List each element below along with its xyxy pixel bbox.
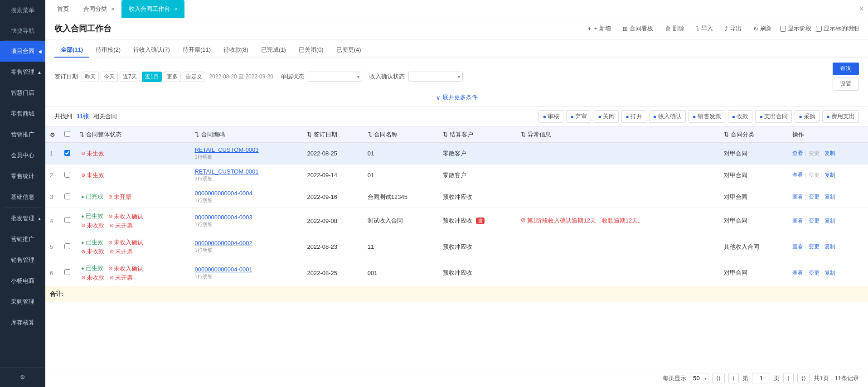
cell-checkbox[interactable] [60,208,75,234]
cell-checkbox[interactable] [60,164,75,186]
row-checkbox[interactable] [64,217,70,223]
col-checkbox[interactable] [60,127,75,143]
tab-home[interactable]: 首页 [50,0,76,18]
select-all-checkbox[interactable] [64,131,70,137]
sales-invoice-btn[interactable]: ● 销售发票 [689,110,725,123]
copy-btn[interactable]: 复制 [824,217,835,225]
export-button[interactable]: ⤴ 导出 [721,23,745,34]
doc-status-select[interactable] [308,72,362,82]
show-details-checkbox[interactable] [816,26,822,32]
view-btn[interactable]: 查看 [792,193,803,201]
sidebar-search[interactable]: 搜索菜单 [0,0,45,21]
change-btn[interactable]: 变更 [809,217,820,225]
first-page-btn[interactable]: ⟨⟨ [712,373,725,383]
copy-btn[interactable]: 复制 [824,171,835,179]
import-button[interactable]: ⤵ 导入 [693,23,717,34]
sidebar-item-retail-mgmt[interactable]: 零售管理 ▲ [0,62,45,82]
view-btn[interactable]: 查看 [792,243,803,251]
sidebar-item-inventory[interactable]: 库存核算 [0,312,45,333]
date-btn-more[interactable]: 更多 [164,72,181,82]
show-fields-checkbox-label[interactable]: 显示阶段 [780,24,811,33]
open-btn[interactable]: ● 打开 [621,110,646,123]
cell-checkbox[interactable] [60,186,75,208]
sidebar-item-member[interactable]: 会员中心 [0,145,45,166]
expand-btn[interactable]: ∨ 展开更多条件 [436,93,478,102]
filter-tab-changed[interactable]: 已变更(4) [330,43,368,58]
change-btn[interactable]: 变更 [809,243,820,251]
sidebar-item-purchase[interactable]: 采购管理 [0,291,45,312]
tab-income-workbench-close[interactable]: × [175,6,177,12]
tab-contract-cat[interactable]: 合同分类 × [76,0,121,18]
kanban-button[interactable]: ⊞ 合同看板 [619,23,657,34]
income-confirm-select[interactable] [408,72,463,82]
sidebar-item-sales-mgmt[interactable]: 销售管理 [0,250,45,271]
view-btn[interactable]: 查看 [792,171,803,179]
tab-income-workbench[interactable]: 收入合同工作台 × [121,0,184,18]
window-close-icon[interactable]: × [859,5,863,13]
cell-checkbox[interactable] [60,143,75,164]
tab-contract-cat-close[interactable]: × [112,6,114,12]
contract-code-link[interactable]: 0000000000004-0003 [194,214,252,221]
purchase-btn[interactable]: ● 采购 [795,110,820,123]
filter-tab-pending-income[interactable]: 待收入确认(7) [127,43,176,58]
filter-tab-pending-review[interactable]: 待审核(2) [89,43,127,58]
filter-tab-done[interactable]: 已完成(1) [255,43,292,58]
abandon-btn[interactable]: ● 弃审 [566,110,591,123]
change-btn[interactable]: 变更 [809,269,820,277]
row-checkbox[interactable] [64,194,70,199]
view-btn[interactable]: 查看 [792,150,803,157]
copy-btn[interactable]: 复制 [824,243,835,251]
income-confirm-btn[interactable]: ● 收入确认 [649,110,686,123]
last-page-btn[interactable]: ⟩⟩ [797,373,810,383]
out-contract-btn[interactable]: ● 支出合同 [755,110,792,123]
row-checkbox[interactable] [64,150,70,156]
date-btn-7days[interactable]: 近7天 [120,72,140,82]
view-btn[interactable]: 查看 [792,269,803,277]
close-btn[interactable]: ● 关闭 [594,110,619,123]
change-btn[interactable]: 变更 [809,171,820,179]
cell-checkbox[interactable] [60,260,75,286]
delete-button[interactable]: 🗑 删除 [661,23,688,34]
per-page-select[interactable]: 50 [690,373,708,383]
sidebar-item-basic-info[interactable]: 基础信息 [0,187,45,208]
sidebar-item-wholesale[interactable]: 批发管理 ▲ [0,208,45,229]
date-btn-custom[interactable]: 自定义 [183,72,205,82]
contract-code-link[interactable]: RETAIL_CUSTOM-0003 [194,146,258,153]
col-settings[interactable]: ⚙ [45,127,60,143]
sidebar-item-marketing[interactable]: 营销推广 [0,124,45,145]
show-details-checkbox-label[interactable]: 显示标的明细 [816,24,859,33]
sidebar-item-retail-mall[interactable]: 零售商城 [0,103,45,124]
row-checkbox[interactable] [64,172,70,178]
date-btn-1month[interactable]: 近1月 [142,72,162,82]
date-btn-today[interactable]: 今天 [101,72,118,82]
expense-out-btn[interactable]: ● 费用支出 [822,110,859,123]
refresh-button[interactable]: ↻ 刷新 [750,23,776,34]
settings-button[interactable]: 设置 [833,77,859,91]
sidebar-item-smart-store[interactable]: 智慧门店 [0,82,45,103]
sidebar-item-marketing2[interactable]: 营销推广 [0,229,45,250]
cell-checkbox[interactable] [60,234,75,260]
contract-code-link[interactable]: RETAIL_CUSTOM-0001 [194,168,258,175]
review-btn[interactable]: ● 审核 [538,110,563,123]
sidebar-item-xiaoyang[interactable]: 小畅电商 [0,271,45,291]
new-button[interactable]: ＋ + 新增 [583,23,615,34]
query-button[interactable]: 查询 [833,63,859,75]
sidebar-settings[interactable]: ⚙ [0,367,45,387]
copy-btn[interactable]: 复制 [824,193,835,201]
show-fields-checkbox[interactable] [780,26,786,32]
contract-code-link[interactable]: 0000000000004-0001 [194,266,252,273]
contract-code-link[interactable]: 0000000000004-0004 [194,190,252,197]
prev-page-btn[interactable]: ⟨ [728,373,739,383]
sidebar-quick-nav[interactable]: 快捷导航 [0,21,45,40]
change-btn[interactable]: 变更 [809,193,820,201]
date-btn-yesterday[interactable]: 昨天 [82,72,99,82]
copy-btn[interactable]: 复制 [824,150,835,157]
change-btn[interactable]: 变更 [809,150,820,157]
filter-tab-pending-collection[interactable]: 待收款(8) [217,43,255,58]
sidebar-item-retail-stat[interactable]: 零售统计 [0,166,45,187]
view-btn[interactable]: 查看 [792,217,803,225]
filter-tab-closed[interactable]: 已关闭(0) [292,43,330,58]
row-checkbox[interactable] [64,269,70,275]
row-checkbox[interactable] [64,243,70,249]
contract-code-link[interactable]: 0000000000004-0002 [194,240,252,247]
